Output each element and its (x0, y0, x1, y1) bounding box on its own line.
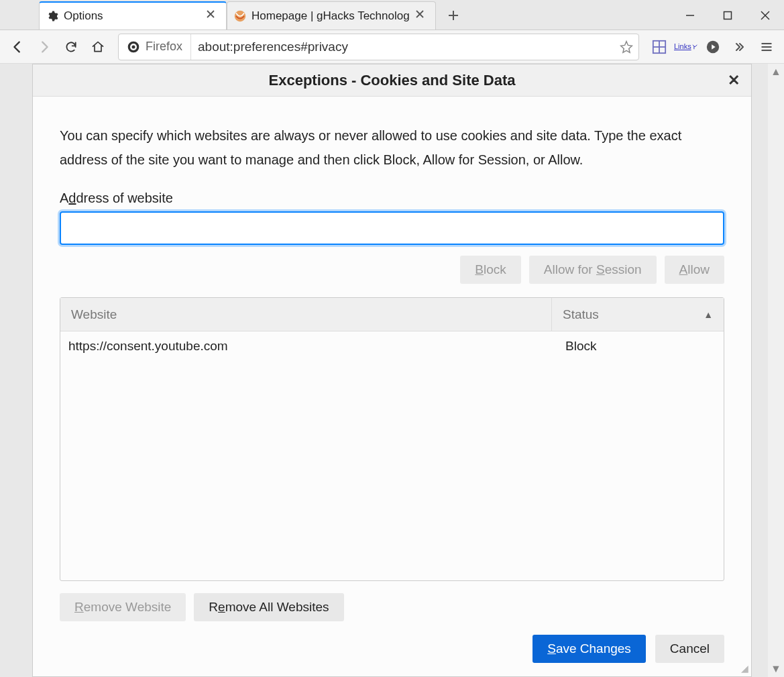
new-tab-button[interactable] (441, 3, 465, 28)
table-header: Website Status▲ (60, 298, 724, 331)
permission-buttons: Block Allow for Session Allow (60, 256, 724, 284)
minimize-button[interactable] (671, 0, 709, 30)
tab-bar: Options Homepage | gHacks Technolog (0, 0, 784, 30)
tab-label: Options (64, 9, 201, 23)
table-row[interactable]: https://consent.youtube.com Block (60, 331, 724, 361)
navigation-toolbar: Firefox about:preferences#privacy Links (0, 30, 784, 64)
block-button[interactable]: Block (460, 256, 520, 284)
hamburger-menu-button[interactable] (754, 35, 779, 59)
tab-options[interactable]: Options (39, 1, 227, 30)
cell-status: Block (552, 331, 724, 361)
forward-button[interactable] (32, 35, 56, 59)
tab-ghacks[interactable]: Homepage | gHacks Technolog (227, 1, 436, 30)
remove-all-websites-button[interactable]: Remove All Websites (194, 593, 343, 621)
table-body: https://consent.youtube.com Block (60, 331, 724, 580)
remove-buttons: Remove Website Remove All Websites (60, 593, 724, 621)
column-website[interactable]: Website (60, 298, 552, 331)
toolbar-extension-area: Links (647, 35, 779, 59)
cancel-button[interactable]: Cancel (655, 635, 724, 663)
grid-extension-icon[interactable] (647, 35, 671, 59)
firefox-icon (127, 40, 140, 54)
dialog-body: You can specify which websites are alway… (33, 97, 751, 635)
links-button[interactable]: Links (674, 35, 698, 59)
svg-rect-1 (724, 11, 732, 19)
address-input[interactable] (60, 211, 724, 245)
dialog-title: Exceptions - Cookies and Site Data (269, 72, 516, 89)
remove-website-button[interactable]: Remove Website (60, 593, 186, 621)
scroll-down-icon[interactable]: ▼ (768, 661, 784, 677)
close-icon[interactable] (206, 9, 219, 23)
reload-button[interactable] (59, 35, 83, 59)
allow-button[interactable]: Allow (665, 256, 724, 284)
dialog-header: Exceptions - Cookies and Site Data ✕ (33, 64, 751, 97)
column-status[interactable]: Status▲ (552, 298, 724, 331)
scroll-up-icon[interactable]: ▲ (768, 64, 784, 80)
allow-session-button[interactable]: Allow for Session (529, 256, 657, 284)
dialog-description: You can specify which websites are alway… (60, 123, 724, 172)
back-button[interactable] (5, 35, 30, 59)
resize-grip-icon[interactable]: ◢ (741, 663, 748, 674)
sort-ascending-icon: ▲ (704, 309, 713, 320)
url-bar[interactable]: Firefox about:preferences#privacy (118, 34, 639, 60)
close-icon[interactable] (415, 9, 429, 23)
dialog-close-button[interactable]: ✕ (724, 71, 743, 90)
scrollbar[interactable]: ▲ ▼ (768, 64, 784, 677)
home-button[interactable] (86, 35, 110, 59)
save-changes-button[interactable]: Save Changes (533, 635, 646, 663)
address-label: Address of website (60, 191, 724, 206)
window-controls (671, 0, 784, 30)
close-window-button[interactable] (746, 0, 784, 30)
identity-label: Firefox (146, 40, 182, 54)
tab-label: Homepage | gHacks Technolog (251, 9, 410, 23)
ghacks-favicon (234, 10, 246, 22)
content-area: ▲ ▼ Exceptions - Cookies and Site Data ✕… (0, 64, 784, 677)
bookmark-button[interactable] (614, 35, 638, 59)
cell-website: https://consent.youtube.com (60, 331, 552, 361)
svg-point-13 (132, 45, 135, 48)
gear-icon (46, 10, 58, 22)
dialog-footer: Save Changes Cancel (33, 635, 751, 676)
play-button-icon[interactable] (701, 35, 725, 59)
exceptions-table: Website Status▲ https://consent.youtube.… (60, 297, 724, 581)
exceptions-dialog: Exceptions - Cookies and Site Data ✕ You… (32, 64, 752, 677)
overflow-button[interactable] (728, 35, 752, 59)
maximize-button[interactable] (709, 0, 746, 30)
url-text: about:preferences#privacy (191, 40, 614, 54)
identity-box[interactable]: Firefox (119, 34, 191, 60)
